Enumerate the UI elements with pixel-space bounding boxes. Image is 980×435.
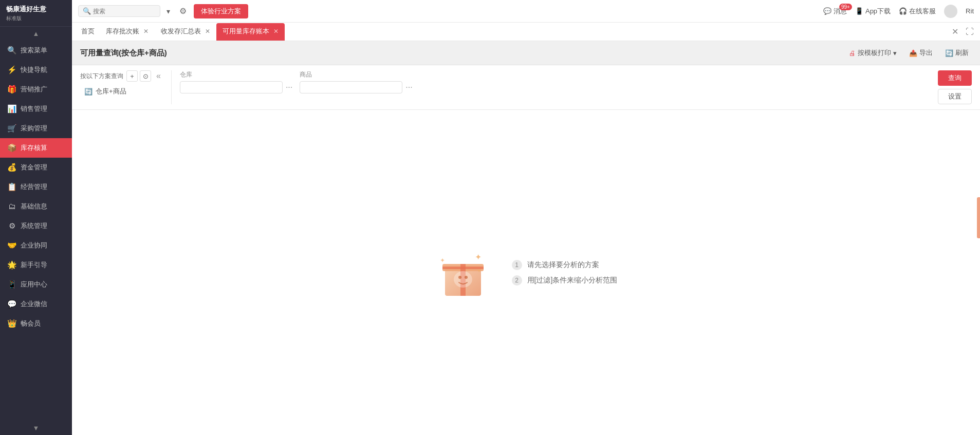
sidebar-item-appcenter[interactable]: 📱 应用中心 <box>0 275 72 294</box>
settings-scheme-button[interactable]: ⊙ <box>140 70 151 82</box>
sidebar-item-wechat[interactable]: 💬 企业微信 <box>0 294 72 314</box>
sidebar-item-inventory[interactable]: 📦 库存核算 <box>0 138 72 158</box>
sidebar-item-finance[interactable]: 💰 资金管理 <box>0 158 72 177</box>
sidebar-item-label: 基础信息 <box>21 202 47 211</box>
brand-title: 畅康通好生意 <box>6 5 66 14</box>
tab-receipt-summary[interactable]: 收发存汇总表 ✕ <box>155 23 216 41</box>
sidebar-item-operations[interactable]: 📋 经营管理 <box>0 177 72 197</box>
svg-text:✦: ✦ <box>440 257 445 264</box>
tab-receipt-label: 收发存汇总表 <box>161 27 201 36</box>
query-button[interactable]: 查询 <box>938 70 972 86</box>
empty-content-row: ✦ ✦ ✦ 1 请先选择要分析的方案 2 用[过滤]条件来缩小分析范围 <box>435 214 618 332</box>
tab-available-ledger[interactable]: 可用量库存账本 ✕ <box>216 23 285 41</box>
username-label[interactable]: Rit <box>966 7 974 15</box>
sidebar-item-marketing[interactable]: 🎁 营销推广 <box>0 80 72 99</box>
filter-settings-button[interactable]: 设置 <box>938 89 972 104</box>
empty-step-2: 2 用[过滤]条件来缩小分析范围 <box>512 275 618 286</box>
sidebar-item-member[interactable]: 👑 畅会员 <box>0 314 72 333</box>
collapse-button[interactable]: « <box>154 71 163 81</box>
goods-field: 商品 ··· <box>300 70 413 93</box>
warehouse-input[interactable] <box>180 81 283 93</box>
clipboard-icon: 📋 <box>7 182 16 192</box>
tab-batch[interactable]: 库存批次账 ✕ <box>100 23 155 41</box>
sidebar-item-newuser[interactable]: 🌟 新手引导 <box>0 255 72 275</box>
sidebar-item-label: 企业协同 <box>21 241 47 250</box>
sidebar-item-search[interactable]: 🔍 搜索菜单 <box>0 41 72 60</box>
tab-receipt-close[interactable]: ✕ <box>205 28 210 35</box>
star-icon: 🌟 <box>7 260 16 270</box>
header-gear-button[interactable]: ⚙ <box>176 5 190 17</box>
message-button[interactable]: 💬 消息 99+ <box>823 7 847 16</box>
sidebar-item-label: 资金管理 <box>21 163 47 172</box>
scheme-item-icon: 🔄 <box>84 88 93 96</box>
sidebar-item-purchase[interactable]: 🛒 采购管理 <box>0 119 72 138</box>
filter-area: 按以下方案查询 + ⊙ « 🔄 仓库+商品 仓库 <box>72 65 980 110</box>
app-download-button[interactable]: 📱 App下载 <box>855 7 891 16</box>
scheme-label-text: 按以下方案查询 <box>80 72 123 81</box>
app-label: App下载 <box>865 7 891 16</box>
refresh-button[interactable]: 🔄 刷新 <box>942 46 972 60</box>
expand-button[interactable]: ⛶ <box>964 25 976 39</box>
sidebar-item-enterprise[interactable]: 🤝 企业协同 <box>0 236 72 255</box>
money-icon: 💰 <box>7 163 16 172</box>
sidebar-item-label: 搜索菜单 <box>21 46 47 55</box>
sidebar-scroll-down[interactable]: ▼ <box>0 421 72 435</box>
tab-batch-label: 库存批次账 <box>106 27 139 36</box>
search-icon: 🔍 <box>7 46 16 55</box>
refresh-label: 刷新 <box>955 48 969 58</box>
sidebar-item-label: 应用中心 <box>21 280 47 289</box>
tab-available-label: 可用量库存账本 <box>223 27 269 36</box>
export-label: 导出 <box>919 48 933 58</box>
tabs-right: ✕ ⛶ <box>950 25 976 39</box>
tab-available-close[interactable]: ✕ <box>273 28 279 35</box>
sidebar-item-label: 库存核算 <box>21 143 47 153</box>
search-input[interactable] <box>93 8 144 15</box>
page-actions: 🖨 按模板打印 ▾ 📤 导出 🔄 刷新 <box>846 46 972 60</box>
trial-button[interactable]: 体验行业方案 <box>194 4 248 18</box>
empty-step-1: 1 请先选择要分析的方案 <box>512 260 618 270</box>
empty-illustration: ✦ ✦ ✦ <box>435 244 491 301</box>
warehouse-more-button[interactable]: ··· <box>285 82 293 93</box>
step-1-text: 请先选择要分析的方案 <box>527 260 599 270</box>
export-button[interactable]: 📤 导出 <box>906 46 936 60</box>
header-dropdown-button[interactable]: ▾ <box>164 6 172 16</box>
add-scheme-button[interactable]: + <box>126 70 138 82</box>
sidebar-item-system[interactable]: ⚙ 系统管理 <box>0 216 72 236</box>
sidebar-item-label: 快捷导航 <box>21 65 47 74</box>
page-header: 可用量查询(按仓库+商品) 🖨 按模板打印 ▾ 📤 导出 🔄 刷新 <box>72 41 980 65</box>
header-search-box[interactable]: 🔍 <box>78 5 160 17</box>
user-avatar[interactable] <box>944 5 957 18</box>
refresh-icon: 🔄 <box>945 49 953 57</box>
sidebar: 畅康通好生意 标准版 ▲ 🔍 搜索菜单 ⚡ 快捷导航 🎁 营销推广 📊 销售管理… <box>0 0 72 435</box>
scheme-label: 按以下方案查询 + ⊙ « <box>80 70 163 82</box>
svg-text:✦: ✦ <box>477 268 481 274</box>
tab-batch-close[interactable]: ✕ <box>143 28 149 35</box>
goods-input[interactable] <box>300 81 402 93</box>
page-content: 可用量查询(按仓库+商品) 🖨 按模板打印 ▾ 📤 导出 🔄 刷新 <box>72 41 980 435</box>
svg-text:✦: ✦ <box>475 253 482 261</box>
sidebar-scroll-up[interactable]: ▲ <box>0 27 72 41</box>
service-label: 在线客服 <box>909 7 936 16</box>
warehouse-row: ··· <box>180 81 293 93</box>
sidebar-item-sales[interactable]: 📊 销售管理 <box>0 99 72 119</box>
gift-icon: 🎁 <box>7 85 16 94</box>
main-area: 🔍 ▾ ⚙ 体验行业方案 💬 消息 99+ 📱 App下载 🎧 在线客服 Rit <box>72 0 980 435</box>
sidebar-item-quicknav[interactable]: ⚡ 快捷导航 <box>0 60 72 80</box>
tabs-bar: 首页 库存批次账 ✕ 收发存汇总表 ✕ 可用量库存账本 ✕ ✕ ⛶ <box>72 23 980 41</box>
scheme-item-warehouse-goods[interactable]: 🔄 仓库+商品 <box>80 85 163 98</box>
online-service-button[interactable]: 🎧 在线客服 <box>899 7 936 16</box>
page-title: 可用量查询(按仓库+商品) <box>80 48 167 58</box>
chart-icon: 📊 <box>7 104 16 114</box>
sidebar-item-label: 新手引导 <box>21 260 47 270</box>
close-all-tabs-button[interactable]: ✕ <box>950 25 960 39</box>
header-right: 💬 消息 99+ 📱 App下载 🎧 在线客服 Rit <box>823 5 974 18</box>
message-icon: 💬 <box>823 7 831 15</box>
tab-home[interactable]: 首页 <box>76 23 100 41</box>
print-button[interactable]: 🖨 按模板打印 ▾ <box>846 46 900 60</box>
gear-icon: ⚙ <box>7 221 16 231</box>
sidebar-item-basic[interactable]: 🗂 基础信息 <box>0 197 72 216</box>
chat-icon: 💬 <box>7 299 16 309</box>
goods-more-button[interactable]: ··· <box>404 82 413 93</box>
phone-icon: 📱 <box>7 280 16 289</box>
sidebar-item-label: 经营管理 <box>21 182 47 192</box>
